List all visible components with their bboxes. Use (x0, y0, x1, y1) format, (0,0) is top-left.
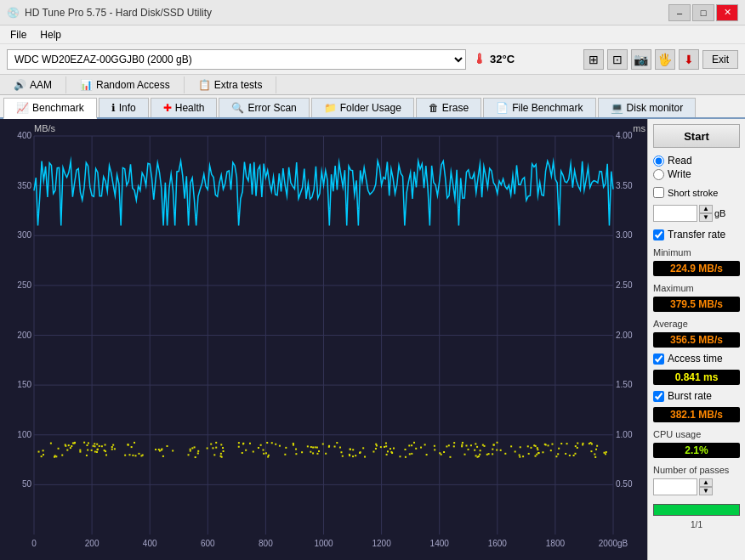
tab-folder-usage[interactable]: 📁 Folder Usage (311, 98, 414, 117)
access-time-value: 0.841 ms (653, 370, 740, 385)
main-content: MB/s ms Start Read Write Short stroke 40 (0, 119, 745, 560)
cpu-usage-label: CPU usage (653, 429, 740, 439)
start-button[interactable]: Start (653, 124, 740, 148)
passes-spin-buttons: ▲ ▼ (699, 478, 713, 495)
write-radio[interactable] (653, 169, 664, 180)
passes-input[interactable]: 1 (653, 478, 697, 495)
read-radio[interactable] (653, 156, 664, 167)
passes-up-button[interactable]: ▲ (699, 478, 713, 487)
toolbar-icon-5[interactable]: ⬇ (679, 49, 699, 70)
toolbar-icons: ⊞ ⊡ 📷 🖐 ⬇ Exit (583, 49, 738, 70)
error-scan-icon: 🔍 (231, 102, 244, 114)
benchmark-icon: 📈 (16, 102, 29, 114)
short-stroke-checkbox[interactable] (653, 187, 664, 198)
tab-random-access[interactable]: 📊 Random Access (66, 76, 185, 93)
extra-tests-icon: 📋 (198, 79, 211, 91)
maximize-button[interactable]: □ (692, 4, 714, 21)
toolbar-icon-2[interactable]: ⊡ (607, 49, 628, 70)
folder-usage-icon: 📁 (324, 102, 337, 114)
thermometer-icon: 🌡 (473, 52, 486, 67)
toolbar-icon-1[interactable]: ⊞ (583, 49, 604, 70)
transfer-rate-checkbox-label[interactable]: Transfer rate (653, 229, 740, 240)
burst-rate-checkbox[interactable] (653, 391, 664, 402)
average-label: Average (653, 319, 740, 329)
maximum-label: Maximum (653, 283, 740, 293)
disk-monitor-icon: 💻 (611, 102, 623, 114)
tab-benchmark[interactable]: 📈 Benchmark (3, 98, 97, 119)
info-icon: ℹ (111, 102, 116, 114)
short-stroke-up-button[interactable]: ▲ (699, 205, 713, 213)
tab-info[interactable]: ℹ Info (99, 98, 149, 117)
burst-rate-checkbox-label[interactable]: Burst rate (653, 390, 740, 402)
minimize-button[interactable]: – (668, 4, 691, 21)
passes-label: Number of passes (653, 465, 740, 475)
chart-area: MB/s ms (0, 119, 647, 560)
close-button[interactable]: ✕ (716, 4, 738, 21)
access-time-checkbox-label[interactable]: Access time (653, 353, 740, 365)
file-benchmark-icon: 📄 (496, 102, 509, 114)
window-controls: – □ ✕ (668, 4, 738, 21)
passes-down-button[interactable]: ▼ (699, 487, 713, 495)
maximum-value: 379.5 MB/s (653, 297, 740, 312)
tab-file-benchmark[interactable]: 📄 File Benchmark (483, 98, 595, 117)
short-stroke-spin-buttons: ▲ ▼ (699, 205, 713, 222)
toolbar-icon-3[interactable]: 📷 (631, 49, 651, 70)
tab-aam[interactable]: 🔊 AAM (0, 76, 66, 93)
short-stroke-unit: gB (714, 208, 725, 218)
transfer-rate-checkbox[interactable] (653, 229, 664, 240)
menu-help[interactable]: Help (33, 27, 68, 42)
progress-bar-fill (654, 505, 739, 515)
tab-erase[interactable]: 🗑 Erase (416, 98, 481, 117)
short-stroke-row: Short stroke (653, 187, 740, 198)
passes-spinbox-row: 1 ▲ ▼ (653, 478, 740, 495)
erase-icon: 🗑 (429, 102, 439, 114)
random-access-icon: 📊 (80, 79, 93, 91)
tab-extra-tests[interactable]: 📋 Extra tests (185, 76, 277, 93)
app-title: 💿 HD Tune Pro 5.75 - Hard Disk/SSD Utili… (7, 7, 212, 19)
short-stroke-down-button[interactable]: ▼ (699, 213, 713, 222)
exit-button[interactable]: Exit (702, 50, 738, 69)
app-icon: 💿 (7, 7, 20, 19)
short-stroke-label: Short stroke (668, 188, 718, 198)
write-radio-label[interactable]: Write (653, 168, 740, 180)
temperature-display: 🌡 32°C (473, 52, 515, 67)
health-icon: ✚ (163, 102, 172, 114)
temperature-value: 32°C (490, 53, 515, 65)
short-stroke-spinbox-row: 40 ▲ ▼ gB (653, 205, 740, 222)
tab-health[interactable]: ✚ Health (151, 98, 218, 117)
tab-error-scan[interactable]: 🔍 Error Scan (219, 98, 309, 117)
menu-file[interactable]: File (3, 27, 33, 42)
minimum-label: Minimum (653, 247, 740, 257)
top-tabs: 🔊 AAM 📊 Random Access 📋 Extra tests (0, 75, 745, 95)
average-value: 356.5 MB/s (653, 332, 740, 348)
drive-selector[interactable]: WDC WD20EZAZ-00GGJB0 (2000 gB) (7, 49, 466, 70)
benchmark-chart (0, 119, 647, 560)
cpu-usage-value: 2.1% (653, 443, 740, 458)
tab-disk-monitor[interactable]: 💻 Disk monitor (598, 98, 697, 117)
main-tabs: 📈 Benchmark ℹ Info ✚ Health 🔍 Error Scan… (0, 95, 745, 119)
menubar: File Help (0, 25, 745, 44)
aam-icon: 🔊 (14, 79, 26, 91)
titlebar: 💿 HD Tune Pro 5.75 - Hard Disk/SSD Utili… (0, 0, 745, 25)
access-time-checkbox[interactable] (653, 354, 664, 365)
minimum-value: 224.9 MB/s (653, 261, 740, 276)
burst-rate-value: 382.1 MB/s (653, 407, 740, 422)
drivebar: WDC WD20EZAZ-00GGJB0 (2000 gB) 🌡 32°C ⊞ … (0, 44, 745, 75)
read-write-radio-group: Read Write (653, 155, 740, 180)
progress-bar (653, 504, 740, 516)
short-stroke-input[interactable]: 40 (653, 205, 697, 222)
right-panel: Start Read Write Short stroke 40 ▲ ▼ gB (647, 119, 745, 560)
toolbar-icon-4[interactable]: 🖐 (655, 49, 675, 70)
progress-text: 1/1 (653, 520, 740, 529)
read-radio-label[interactable]: Read (653, 155, 740, 167)
